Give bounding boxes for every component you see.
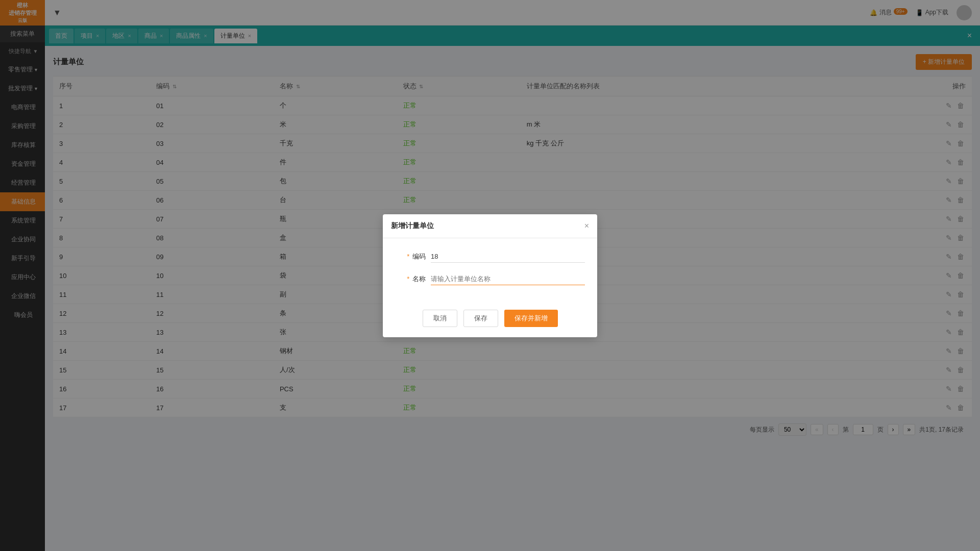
- modal-close-button[interactable]: ×: [584, 221, 589, 231]
- modal-body: * 编码 * 名称: [383, 238, 597, 304]
- required-mark-name: *: [407, 275, 409, 283]
- name-label: * 名称: [395, 274, 426, 284]
- modal-overlay: 新增计量单位 × * 编码 * 名称 取消 保存 保存并新增: [0, 0, 980, 551]
- code-label: * 编码: [395, 252, 426, 261]
- modal-header: 新增计量单位 ×: [383, 214, 597, 238]
- code-input[interactable]: [431, 251, 585, 263]
- form-row-code: * 编码: [395, 251, 585, 263]
- cancel-button[interactable]: 取消: [423, 310, 457, 327]
- save-and-new-button[interactable]: 保存并新增: [504, 310, 558, 327]
- add-unit-modal: 新增计量单位 × * 编码 * 名称 取消 保存 保存并新增: [383, 214, 597, 337]
- required-mark: *: [407, 253, 409, 260]
- form-row-name: * 名称: [395, 273, 585, 285]
- save-button[interactable]: 保存: [463, 310, 498, 327]
- name-input[interactable]: [431, 273, 585, 285]
- modal-title: 新增计量单位: [391, 221, 434, 231]
- modal-footer: 取消 保存 保存并新增: [383, 304, 597, 337]
